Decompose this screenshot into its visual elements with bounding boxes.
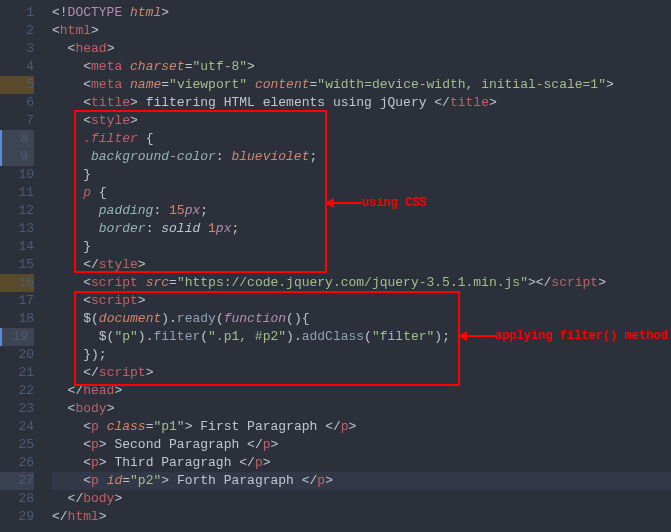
code-area[interactable]: <!DOCTYPE html> <html> <head> <meta char… — [42, 0, 671, 532]
code-line: <p class="p1"> First Paragraph </p> — [52, 418, 671, 436]
line-number: 23 — [0, 400, 34, 418]
code-line: }); — [52, 346, 671, 364]
code-line: <!DOCTYPE html> — [52, 4, 671, 22]
code-line: <style> — [52, 112, 671, 130]
line-number-gutter: 1 2 3 4 5 6 7 8 9 10 11 12 13 14 15 16 1… — [0, 0, 42, 532]
code-line: <html> — [52, 22, 671, 40]
line-number: 19 — [0, 328, 34, 346]
line-number: 26 — [0, 454, 34, 472]
code-line: <title> filtering HTML elements using jQ… — [52, 94, 671, 112]
line-number: 24 — [0, 418, 34, 436]
line-number: 17 — [0, 292, 34, 310]
line-number: 2 — [0, 22, 34, 40]
line-number: 13 — [0, 220, 34, 238]
line-number: 1 — [0, 4, 34, 22]
code-line: <meta name="viewport" content="width=dev… — [52, 76, 671, 94]
code-line: </head> — [52, 382, 671, 400]
annotation-arrow-icon: using CSS — [325, 196, 427, 210]
line-number: 29 — [0, 508, 34, 526]
line-number: 28 — [0, 490, 34, 508]
code-line: </html> — [52, 508, 671, 526]
line-number: 9 — [0, 148, 34, 166]
code-line: <script> — [52, 292, 671, 310]
line-number: 7 — [0, 112, 34, 130]
line-number: 3 — [0, 40, 34, 58]
line-number: 18 — [0, 310, 34, 328]
code-line: <p> Third Paragragh </p> — [52, 454, 671, 472]
line-number: 4 — [0, 58, 34, 76]
line-number: 21 — [0, 364, 34, 382]
code-line: <p> Second Paragraph </p> — [52, 436, 671, 454]
code-line: <head> — [52, 40, 671, 58]
code-line: .filter { — [52, 130, 671, 148]
code-line: <meta charset="utf-8"> — [52, 58, 671, 76]
code-line: <script src="https://code.jquery.com/jqu… — [52, 274, 671, 292]
line-number: 22 — [0, 382, 34, 400]
code-line: <p id="p2"> Forth Paragraph </p> — [52, 472, 671, 490]
line-number: 6 — [0, 94, 34, 112]
line-number: 8 — [0, 130, 34, 148]
code-line: </script> — [52, 364, 671, 382]
line-number: 14 — [0, 238, 34, 256]
annotation-label: applying filter() method — [495, 329, 668, 343]
line-number: 25 — [0, 436, 34, 454]
code-line: background-color: blueviolet; — [52, 148, 671, 166]
line-number: 15 — [0, 256, 34, 274]
line-number: 20 — [0, 346, 34, 364]
annotation-arrow-icon: applying filter() method — [458, 329, 668, 343]
annotation-label: using CSS — [362, 196, 427, 210]
code-line: <body> — [52, 400, 671, 418]
line-number: 11 — [0, 184, 34, 202]
code-line: } — [52, 166, 671, 184]
code-line: </style> — [52, 256, 671, 274]
code-line: border: solid 1px; — [52, 220, 671, 238]
line-number: 16 — [0, 274, 34, 292]
code-editor: 1 2 3 4 5 6 7 8 9 10 11 12 13 14 15 16 1… — [0, 0, 671, 532]
line-number: 5 — [0, 76, 34, 94]
code-line: $(document).ready(function(){ — [52, 310, 671, 328]
line-number: 10 — [0, 166, 34, 184]
code-line: } — [52, 238, 671, 256]
line-number: 12 — [0, 202, 34, 220]
line-number: 27 — [0, 472, 34, 490]
code-line: </body> — [52, 490, 671, 508]
